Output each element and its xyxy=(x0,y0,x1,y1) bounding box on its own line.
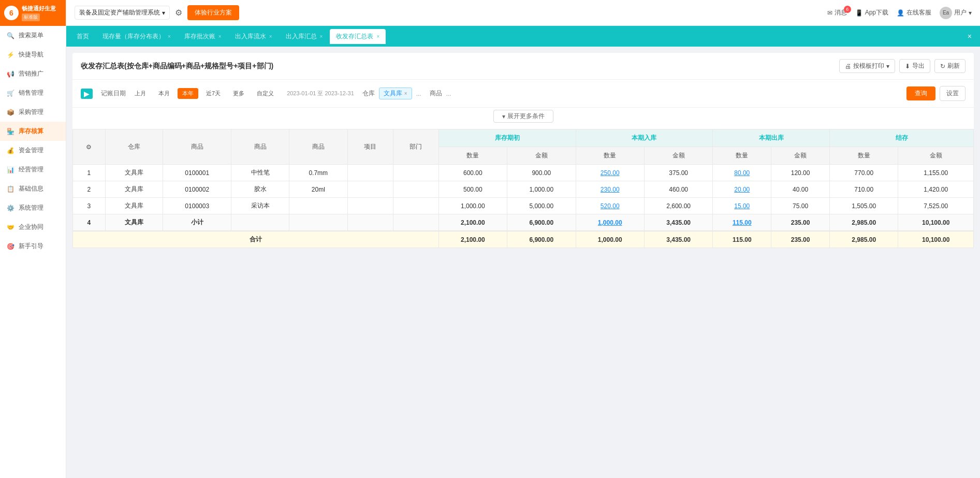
tab-stock-dist-close[interactable]: × xyxy=(168,34,171,39)
footer-in-qty: 1,000.00 xyxy=(576,231,644,248)
refresh-label: 刷新 xyxy=(947,62,960,70)
row-open-qty: 2,100.00 xyxy=(438,214,507,231)
settings-button[interactable]: 设置 xyxy=(940,86,966,101)
online-service-label: 在线客服 xyxy=(906,8,931,17)
sidebar-item-search[interactable]: 🔍 搜索菜单 xyxy=(0,26,66,45)
row-name: 中性笔 xyxy=(231,165,289,181)
th-settings[interactable]: ⚙ xyxy=(73,129,106,165)
row-in-qty-link[interactable]: 1,000.00 xyxy=(598,219,622,226)
row-in-qty[interactable]: 520.00 xyxy=(576,198,644,214)
user-label: 用户 xyxy=(954,8,967,17)
business-icon: 📊 xyxy=(6,166,14,174)
sidebar-item-marketing[interactable]: 📢 营销推广 xyxy=(0,64,66,83)
row-out-qty[interactable]: 115.00 xyxy=(713,214,771,231)
expand-more-button[interactable]: ▾ 展开更多条件 xyxy=(493,110,553,123)
tab-recv-send[interactable]: 收发存汇总表 × xyxy=(330,29,386,44)
row-in-qty-link[interactable]: 230.00 xyxy=(601,186,620,193)
row-out-amt: 120.00 xyxy=(771,165,830,181)
settings-icon: ⚙ xyxy=(86,143,92,151)
table-footer-row: 合计 2,100.00 6,900.00 1,000.00 3,435.00 1… xyxy=(73,231,974,248)
export-button[interactable]: ⬇ 导出 xyxy=(899,59,930,73)
row-in-qty[interactable]: 1,000.00 xyxy=(576,214,644,231)
experience-button[interactable]: 体验行业方案 xyxy=(187,5,239,20)
refresh-button[interactable]: ↻ 刷新 xyxy=(934,59,966,73)
header-right: ✉ 消息 6 📱 App下载 👤 在线客服 Ea 用户 ▾ xyxy=(827,7,972,19)
warehouse-more[interactable]: ... xyxy=(416,90,421,97)
tab-home[interactable]: 首页 xyxy=(70,29,95,44)
print-arrow-icon: ▾ xyxy=(886,63,889,70)
sidebar-item-corp[interactable]: 🤝 企业协同 xyxy=(0,218,66,237)
avatar: Ea xyxy=(940,7,952,19)
print-icon: 🖨 xyxy=(845,63,851,70)
filter-collapse-btn[interactable]: ▶ xyxy=(81,89,93,99)
row-dept xyxy=(393,165,438,181)
tab-inout-summary[interactable]: 出入库汇总 × xyxy=(280,29,329,44)
row-out-qty-link[interactable]: 20.00 xyxy=(734,186,750,193)
row-code: 0100002 xyxy=(163,181,231,198)
sidebar-item-base[interactable]: 📋 基础信息 xyxy=(0,179,66,198)
goods-more[interactable]: ... xyxy=(446,90,451,97)
warehouse-filter-section: 仓库 文具库 × ... xyxy=(362,88,421,99)
sidebar-item-business[interactable]: 📊 经营管理 xyxy=(0,160,66,179)
user-item[interactable]: Ea 用户 ▾ xyxy=(940,7,972,19)
sidebar-item-inventory[interactable]: 🏪 库存核算 xyxy=(0,122,66,141)
date-btn-this-year[interactable]: 本年 xyxy=(178,88,198,99)
tab-inout-summary-close[interactable]: × xyxy=(320,34,323,39)
app-download-item[interactable]: 📱 App下载 xyxy=(855,8,888,17)
purchase-icon: 📦 xyxy=(6,108,14,117)
settings-icon[interactable]: ⚙ xyxy=(175,8,182,18)
row-out-qty[interactable]: 80.00 xyxy=(713,165,771,181)
search-icon: 🔍 xyxy=(6,32,14,40)
tabbar-close-btn[interactable]: × xyxy=(963,30,976,42)
row-out-qty[interactable]: 20.00 xyxy=(713,181,771,198)
query-button[interactable]: 查询 xyxy=(906,86,935,100)
message-item[interactable]: ✉ 消息 6 xyxy=(827,8,847,17)
row-out-qty-link[interactable]: 115.00 xyxy=(733,219,752,226)
tab-inout-flow-label: 出入库流水 xyxy=(235,32,266,41)
row-in-qty[interactable]: 250.00 xyxy=(576,165,644,181)
page-title-bar: 收发存汇总表(按仓库+商品编码+商品+规格型号+项目+部门) 🖨 按模板打印 ▾… xyxy=(72,53,974,80)
tab-recv-send-close[interactable]: × xyxy=(376,34,379,39)
warehouse-tag-close[interactable]: × xyxy=(404,91,407,96)
app-title-dropdown[interactable]: 装备及固定资产辅助管理系统 ▾ xyxy=(75,6,170,20)
row-index: 1 xyxy=(73,165,106,181)
sidebar-item-sales[interactable]: 🛒 销售管理 xyxy=(0,83,66,103)
row-out-qty-link[interactable]: 15.00 xyxy=(734,202,750,210)
row-in-amt: 375.00 xyxy=(644,165,712,181)
date-btn-this-month[interactable]: 本月 xyxy=(154,88,174,99)
row-in-amt: 3,435.00 xyxy=(644,214,712,231)
th-opening: 库存期初 xyxy=(438,129,576,147)
row-bal-qty: 710.00 xyxy=(830,181,898,198)
sidebar-item-label: 营销推广 xyxy=(19,69,43,78)
row-out-qty-link[interactable]: 80.00 xyxy=(734,169,750,177)
sidebar-item-guide[interactable]: 🎯 新手引导 xyxy=(0,237,66,256)
row-out-qty[interactable]: 15.00 xyxy=(713,198,771,214)
date-btn-custom[interactable]: 自定义 xyxy=(252,88,279,99)
row-in-qty-link[interactable]: 520.00 xyxy=(601,202,620,210)
sidebar-item-finance[interactable]: 💰 资金管理 xyxy=(0,141,66,160)
message-icon: ✉ xyxy=(827,9,832,17)
th-warehouse: 仓库 xyxy=(105,129,163,165)
row-in-qty[interactable]: 230.00 xyxy=(576,181,644,198)
warehouse-tag[interactable]: 文具库 × xyxy=(379,88,412,99)
footer-bal-amt: 10,100.00 xyxy=(898,231,974,248)
sidebar-item-label: 快捷导航 xyxy=(19,50,43,59)
row-in-qty-link[interactable]: 250.00 xyxy=(601,169,620,177)
date-btn-7days[interactable]: 近7天 xyxy=(201,88,225,99)
date-filter-section: 记账日期 上月 本月 本年 近7天 更多 自定义 xyxy=(101,88,279,99)
date-btn-more[interactable]: 更多 xyxy=(228,88,249,99)
sidebar-item-quick[interactable]: ⚡ 快捷导航 xyxy=(0,45,66,64)
tab-inout-flow[interactable]: 出入库流水 × xyxy=(229,29,279,44)
tab-inout-flow-close[interactable]: × xyxy=(269,34,272,39)
sidebar-item-purchase[interactable]: 📦 采购管理 xyxy=(0,103,66,122)
finance-icon: 💰 xyxy=(6,147,14,155)
tab-stock-dist[interactable]: 现存量（库存分布表） × xyxy=(96,29,177,44)
tab-batch-close[interactable]: × xyxy=(218,34,222,39)
sales-icon: 🛒 xyxy=(6,89,14,97)
online-service-item[interactable]: 👤 在线客服 xyxy=(897,8,931,17)
print-button[interactable]: 🖨 按模板打印 ▾ xyxy=(839,59,895,73)
sidebar-item-system[interactable]: ⚙️ 系统管理 xyxy=(0,198,66,218)
tab-batch[interactable]: 库存批次账 × xyxy=(178,29,228,44)
th-open-amt: 金额 xyxy=(507,147,576,165)
date-btn-last-month[interactable]: 上月 xyxy=(130,88,151,99)
